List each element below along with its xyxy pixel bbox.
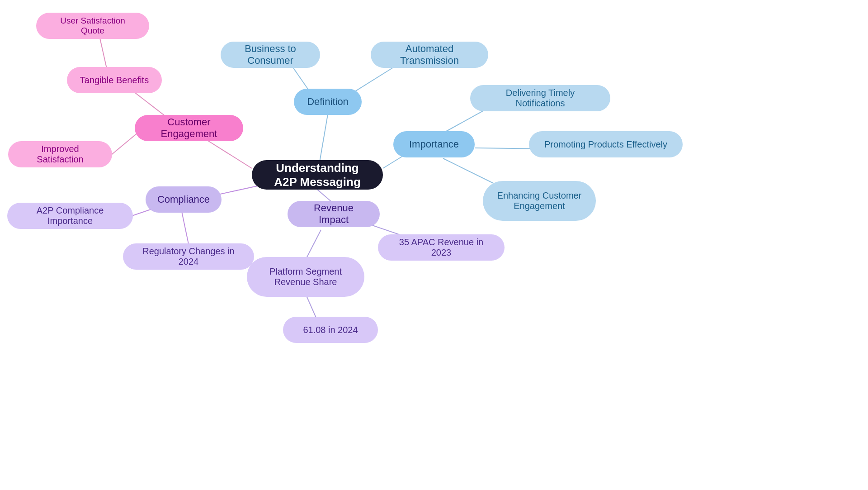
svg-line-17 (306, 295, 316, 319)
svg-line-6 (108, 131, 140, 158)
delivering-timely-node[interactable]: Delivering Timely Notifications (470, 85, 610, 111)
user-satisfaction-quote-node[interactable]: User Satisfaction Quote (36, 13, 149, 39)
value-6108-node[interactable]: 61.08 in 2024 (283, 317, 378, 343)
platform-segment-node[interactable]: Platform Segment Revenue Share (247, 257, 364, 297)
promoting-products-node[interactable]: Promoting Products Effectively (529, 131, 683, 157)
apac-revenue-node[interactable]: 35 APAC Revenue in 2023 (378, 234, 505, 261)
definition-node[interactable]: Definition (294, 89, 362, 115)
improved-satisfaction-node[interactable]: Improved Satisfaction (8, 141, 112, 167)
a2p-compliance-node[interactable]: A2P Compliance Importance (7, 203, 133, 229)
business-to-consumer-node[interactable]: Business to Consumer (221, 42, 320, 68)
automated-transmission-node[interactable]: Automated Transmission (371, 42, 488, 68)
enhancing-customer-node[interactable]: Enhancing Customer Engagement (483, 181, 596, 221)
center-node[interactable]: Understanding A2P Messaging (252, 160, 383, 190)
svg-line-15 (306, 230, 321, 259)
revenue-impact-node[interactable]: Revenue Impact (288, 201, 380, 227)
customer-engagement-node[interactable]: Customer Engagement (135, 115, 243, 141)
importance-node[interactable]: Importance (393, 131, 475, 157)
regulatory-changes-node[interactable]: Regulatory Changes in 2024 (123, 243, 254, 270)
compliance-node[interactable]: Compliance (146, 186, 222, 213)
svg-line-13 (181, 207, 189, 246)
tangible-benefits-node[interactable]: Tangible Benefits (67, 67, 162, 93)
